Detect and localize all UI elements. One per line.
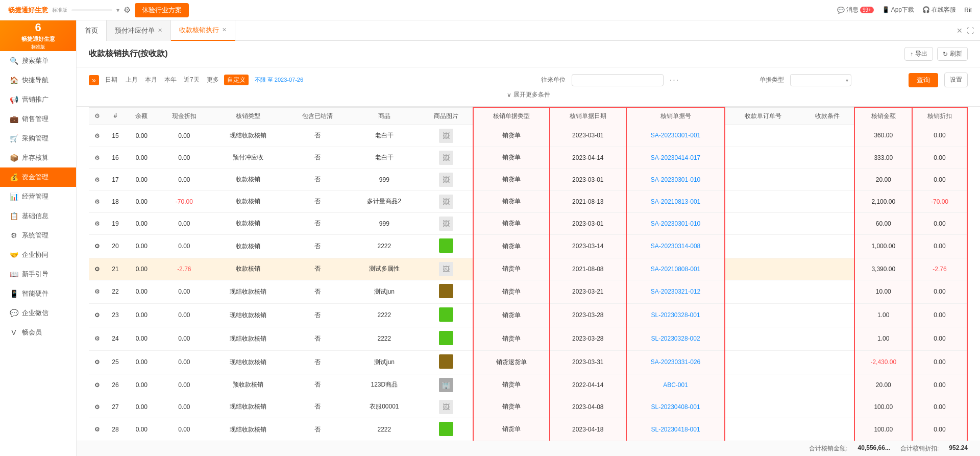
sidebar-item-hardware[interactable]: 📱 智能硬件 bbox=[0, 284, 76, 303]
bill-no-link-20[interactable]: SA-20230314-008 bbox=[651, 243, 700, 250]
bill-no-link-19[interactable]: SA-20230301-010 bbox=[651, 220, 700, 227]
row-settings-icon[interactable]: ⚙ bbox=[94, 288, 100, 295]
sidebar-item-operations[interactable]: 📊 经营管理 bbox=[0, 187, 76, 206]
cell-gear-15[interactable]: ⚙ bbox=[89, 125, 105, 147]
date-option-this-month[interactable]: 本月 bbox=[143, 75, 159, 85]
tab-home[interactable]: 首页 bbox=[77, 20, 107, 41]
cell-gear-27[interactable]: ⚙ bbox=[89, 396, 105, 418]
bill-no-link-17[interactable]: SA-20230301-010 bbox=[651, 176, 700, 183]
date-option-last-month[interactable]: 上月 bbox=[124, 75, 140, 85]
sidebar-item-wechat[interactable]: 💬 企业微信 bbox=[0, 303, 76, 323]
bill-no-link-21[interactable]: SA-20210808-001 bbox=[651, 266, 700, 273]
sidebar-logo: 6 畅捷通好生意 标准版 bbox=[0, 20, 76, 51]
top-bar: 畅捷通好生意 标准版 ▾ ⚙ 休验行业方案 💬 消息 99+ 📱 App下载 🎧… bbox=[0, 0, 980, 20]
row-settings-icon[interactable]: ⚙ bbox=[94, 403, 100, 411]
tab-receipt[interactable]: 收款核销执行 ✕ bbox=[171, 20, 235, 41]
tab-close-icon[interactable]: ✕ bbox=[957, 27, 963, 35]
cell-gear-28[interactable]: ⚙ bbox=[89, 418, 105, 441]
row-settings-icon[interactable]: ⚙ bbox=[94, 132, 100, 139]
row-settings-icon[interactable]: ⚙ bbox=[94, 426, 100, 433]
online-service[interactable]: 🎧 在线客服 bbox=[922, 6, 956, 14]
sidebar-item-guide[interactable]: 📖 新手引导 bbox=[0, 265, 76, 284]
tab-prepay-close[interactable]: ✕ bbox=[158, 27, 162, 34]
date-option-more[interactable]: 更多 bbox=[205, 75, 221, 85]
cell-verify-type-16: 预付冲应收 bbox=[211, 147, 285, 169]
dropdown-arrow-icon[interactable]: ▾ bbox=[116, 7, 119, 14]
cell-verify-bill-no-24: SL-20230328-002 bbox=[626, 327, 725, 350]
bill-no-link-27[interactable]: SL-20230408-001 bbox=[651, 403, 700, 411]
row-settings-icon[interactable]: ⚙ bbox=[94, 358, 100, 366]
row-settings-icon[interactable]: ⚙ bbox=[94, 266, 100, 273]
row-settings-icon[interactable]: ⚙ bbox=[94, 335, 100, 342]
filter-expand-button[interactable]: » bbox=[89, 75, 99, 85]
refresh-button[interactable]: ↻ 刷新 bbox=[937, 47, 968, 61]
sales-icon: 💼 bbox=[10, 115, 18, 123]
date-option-this-year[interactable]: 本年 bbox=[162, 75, 179, 85]
main-content: 首页 预付冲应付单 ✕ 收款核销执行 ✕ ✕ ⛶ 收款核销执行(按收款) ↑ 导… bbox=[77, 20, 980, 456]
bill-no-link-23[interactable]: SL-20230328-001 bbox=[651, 311, 700, 319]
bill-type-select[interactable] bbox=[790, 74, 851, 86]
cell-gear-26[interactable]: ⚙ bbox=[89, 374, 105, 396]
cell-gear-17[interactable]: ⚙ bbox=[89, 169, 105, 190]
app-download[interactable]: 📱 App下载 bbox=[882, 6, 914, 14]
date-option-7days[interactable]: 近7天 bbox=[182, 75, 202, 85]
row-settings-icon[interactable]: ⚙ bbox=[94, 220, 100, 227]
col-header-verify-bill-type: 核销单据类型 bbox=[473, 107, 550, 125]
sidebar-item-search[interactable]: 🔍 搜索菜单 bbox=[0, 51, 76, 70]
row-settings-icon[interactable]: ⚙ bbox=[94, 311, 100, 319]
cell-gear-16[interactable]: ⚙ bbox=[89, 147, 105, 169]
query-button[interactable]: 查询 bbox=[909, 73, 938, 87]
notice-badge: 99+ bbox=[860, 7, 874, 13]
sidebar-item-finance[interactable]: 💰 资金管理 bbox=[0, 167, 76, 187]
date-option-custom[interactable]: 自定义 bbox=[224, 75, 249, 85]
cell-gear-20[interactable]: ⚙ bbox=[89, 234, 105, 258]
sidebar-item-enterprise[interactable]: 🤝 企业协同 bbox=[0, 245, 76, 265]
tab-expand-icon[interactable]: ⛶ bbox=[967, 27, 974, 35]
sidebar-item-purchase[interactable]: 🛒 采购管理 bbox=[0, 129, 76, 148]
product-image-17: 🖼 bbox=[439, 173, 453, 187]
cell-verify-bill-no-23: SL-20230328-001 bbox=[626, 303, 725, 327]
cell-gear-18[interactable]: ⚙ bbox=[89, 190, 105, 212]
bill-no-link-26[interactable]: ABC-001 bbox=[663, 381, 688, 389]
notice-area[interactable]: 💬 消息 99+ bbox=[837, 6, 874, 14]
sidebar-item-marketing[interactable]: 📢 营销推广 bbox=[0, 90, 76, 109]
bill-no-link-18[interactable]: SA-20210813-001 bbox=[651, 198, 700, 205]
column-settings-icon[interactable]: ⚙ bbox=[94, 112, 100, 119]
filter-expand-row[interactable]: ∨ 展开更多条件 bbox=[89, 87, 968, 101]
sidebar-item-member[interactable]: V 畅会员 bbox=[0, 323, 76, 342]
cell-verify-discount-28: 0.00 bbox=[912, 418, 967, 441]
cell-product-img-28 bbox=[419, 418, 473, 441]
bill-no-link-15[interactable]: SA-20230301-001 bbox=[651, 132, 700, 139]
sidebar-item-sales[interactable]: 💼 销售管理 bbox=[0, 109, 76, 129]
sidebar-item-system[interactable]: ⚙ 系统管理 bbox=[0, 226, 76, 245]
tab-prepay[interactable]: 预付冲应付单 ✕ bbox=[107, 20, 171, 41]
col-header-gear[interactable]: ⚙ bbox=[89, 107, 105, 125]
cell-gear-25[interactable]: ⚙ bbox=[89, 350, 105, 374]
export-button[interactable]: ↑ 导出 bbox=[904, 47, 933, 61]
sidebar-item-quick-nav[interactable]: 🏠 快捷导航 bbox=[0, 70, 76, 90]
row-settings-icon[interactable]: ⚙ bbox=[94, 154, 100, 161]
bill-no-link-25[interactable]: SA-20230331-026 bbox=[651, 358, 700, 366]
bill-no-link-24[interactable]: SL-20230328-002 bbox=[651, 335, 700, 342]
solution-button[interactable]: 休验行业方案 bbox=[135, 3, 189, 17]
row-settings-icon[interactable]: ⚙ bbox=[94, 243, 100, 250]
settings-button[interactable]: 设置 bbox=[944, 73, 968, 87]
cell-gear-19[interactable]: ⚙ bbox=[89, 212, 105, 234]
row-settings-icon[interactable]: ⚙ bbox=[94, 381, 100, 389]
bill-no-link-16[interactable]: SA-20230414-017 bbox=[651, 154, 700, 161]
sidebar-item-basic[interactable]: 📋 基础信息 bbox=[0, 206, 76, 226]
row-settings-icon[interactable]: ⚙ bbox=[94, 198, 100, 205]
cell-product-27: 衣服00001 bbox=[349, 396, 419, 418]
tab-receipt-close[interactable]: ✕ bbox=[222, 27, 227, 33]
bill-no-link-22[interactable]: SA-20230321-012 bbox=[651, 288, 700, 295]
cell-gear-24[interactable]: ⚙ bbox=[89, 327, 105, 350]
sidebar-item-inventory[interactable]: 📦 库存核算 bbox=[0, 148, 76, 167]
gear-icon[interactable]: ⚙ bbox=[124, 5, 131, 15]
partner-input[interactable] bbox=[572, 74, 664, 86]
row-settings-icon[interactable]: ⚙ bbox=[94, 176, 100, 183]
cell-gear-23[interactable]: ⚙ bbox=[89, 303, 105, 327]
cell-gear-21[interactable]: ⚙ bbox=[89, 258, 105, 280]
bill-no-link-28[interactable]: SL-20230418-001 bbox=[651, 426, 700, 433]
user-name[interactable]: Rit bbox=[964, 7, 972, 14]
cell-gear-22[interactable]: ⚙ bbox=[89, 280, 105, 303]
